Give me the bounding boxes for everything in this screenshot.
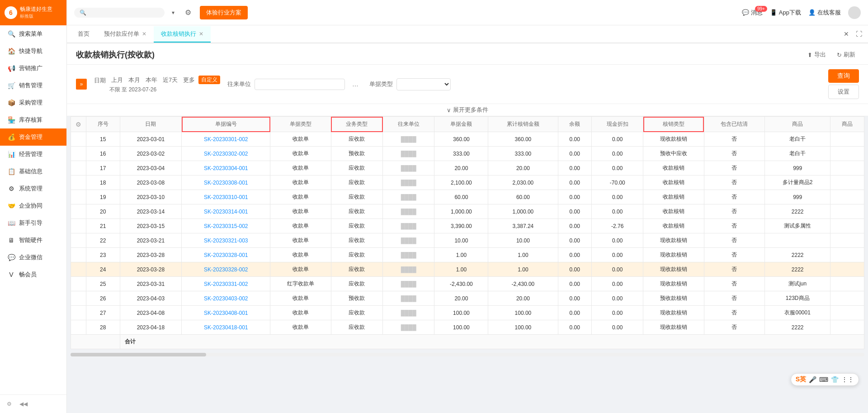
bill-no-link[interactable]: SK-20230315-002 (204, 223, 248, 229)
sidebar-item-guide[interactable]: 📖 新手引导 (0, 214, 66, 232)
sidebar-settings-btn[interactable]: ⚙ (4, 399, 14, 409)
table-row[interactable]: 192023-03-10SK-20230310-001收款单应收款████60.… (71, 190, 864, 204)
ft-shirt-icon[interactable]: 👕 (831, 376, 839, 383)
table-row[interactable]: 162023-03-02SK-20230302-002收款单预收款████333… (71, 147, 864, 161)
filter-date-last-month[interactable]: 上月 (109, 75, 125, 85)
filter-counterpart-group: 往来单位 ... (227, 79, 362, 90)
filter-toggle-btn[interactable]: » (76, 79, 87, 90)
bill-no-link[interactable]: SK-20230418-001 (204, 324, 248, 331)
sidebar-item-purchase[interactable]: 📦 采购管理 (0, 94, 66, 111)
table-row[interactable]: 272023-04-08SK-20230408-001收款单应收款████100… (71, 306, 864, 320)
filter-billtype-label: 单据类型 (369, 79, 393, 90)
table-row[interactable]: 172023-03-04SK-20230304-001收款单应收款████20.… (71, 161, 864, 176)
bill-no-link[interactable]: SK-20230304-001 (204, 165, 248, 171)
table-cell: 28 (86, 320, 120, 335)
col-settings-header[interactable]: ⚙ (71, 117, 86, 132)
table-cell (830, 291, 864, 306)
filter-billtype-select[interactable] (396, 78, 451, 90)
filter-date-this-month[interactable]: 本月 (127, 75, 142, 85)
sidebar-item-search[interactable]: 🔍 搜索菜单 (0, 25, 66, 43)
settings-button[interactable]: 设置 (828, 85, 859, 99)
bill-no-link[interactable]: SK-20230301-002 (204, 136, 248, 142)
topbar-app-btn[interactable]: 📱 App下载 (770, 9, 801, 17)
table-row[interactable]: 202023-03-14SK-20230314-001收款单应收款████1,0… (71, 204, 864, 219)
filter-expand-btn[interactable]: ∨ 展开更多条件 (447, 106, 488, 114)
tab-fullscreen-btn[interactable]: ⛶ (854, 28, 864, 39)
tab-receipt[interactable]: 收款核销执行 ✕ (154, 26, 211, 43)
tab-prepay-close[interactable]: ✕ (142, 31, 146, 37)
sidebar-item-quicknav[interactable]: 🏠 快捷导航 (0, 43, 66, 60)
topbar-msg-btn[interactable]: 💬 消息 99+ (742, 9, 763, 17)
sidebar-item-finance[interactable]: 💰 资金管理 (0, 128, 66, 146)
tab-prepay[interactable]: 预付款应付单 ✕ (97, 26, 154, 43)
sidebar-item-member[interactable]: V 畅会员 (0, 266, 66, 283)
data-table-wrap: ⚙ 序号 日期 单据编号 单据类型 业务类型 往来单位 单据金额 累计核销金额 … (67, 116, 868, 413)
table-row[interactable]: 282023-04-18SK-20230418-001收款单应收款████100… (71, 320, 864, 335)
topbar-service-btn[interactable]: 👤 在线客服 (808, 9, 841, 17)
ft-mic-icon[interactable]: 🎤 (809, 376, 816, 383)
table-cell: ████ (383, 248, 434, 262)
table-cell: 0.00 (592, 147, 643, 161)
scrollbar-thumb[interactable] (71, 353, 206, 356)
sidebar-item-inventory[interactable]: 🏪 库存核算 (0, 111, 66, 128)
bill-no-link[interactable]: SK-20230328-002 (204, 266, 248, 273)
solution-button[interactable]: 体验行业方案 (200, 6, 248, 19)
tab-close-all-btn[interactable]: ✕ (841, 28, 852, 39)
filter-dots[interactable]: ... (349, 80, 362, 88)
sidebar-item-wechat[interactable]: 💬 企业微信 (0, 249, 66, 266)
table-cell (830, 248, 864, 262)
bill-no-link[interactable]: SK-20230403-002 (204, 295, 248, 302)
table-cell: 3,387.24 (488, 219, 558, 233)
ft-grid-icon[interactable]: ⌨ (819, 376, 828, 383)
topbar-avatar[interactable] (848, 6, 861, 19)
bill-no-link[interactable]: SK-20230321-003 (204, 237, 248, 244)
table-row[interactable]: 252023-03-31SK-20230331-002红字收款单应收款████-… (71, 277, 864, 291)
sidebar-item-enterprise[interactable]: 🤝 企业协同 (0, 197, 66, 214)
sidebar-item-marketing[interactable]: 📢 营销推广 (0, 60, 66, 77)
bill-no-link[interactable]: SK-20230310-001 (204, 194, 248, 200)
filter-counterpart-input[interactable] (255, 79, 345, 90)
table-row[interactable]: 212023-03-15SK-20230315-002收款单应收款████3,3… (71, 219, 864, 233)
sidebar-item-sales[interactable]: 🛒 销售管理 (0, 77, 66, 94)
tab-home[interactable]: 首页 (71, 26, 97, 43)
table-cell: 18 (86, 176, 120, 190)
tab-receipt-close[interactable]: ✕ (199, 31, 203, 37)
query-button[interactable]: 查询 (828, 69, 859, 83)
table-row[interactable]: 262023-04-03SK-20230403-002收款单预收款████20.… (71, 291, 864, 306)
bill-no-link[interactable]: SK-20230331-002 (204, 281, 248, 287)
sidebar-collapse-btn[interactable]: ◀◀ (18, 399, 29, 409)
table-cell (71, 219, 86, 233)
table-cell: 27 (86, 306, 120, 320)
bill-no-link[interactable]: SK-20230314-001 (204, 209, 248, 215)
topbar-search-input[interactable] (88, 9, 142, 16)
filter-custom-btn[interactable]: 自定义 (198, 76, 220, 84)
table-row[interactable]: 152023-03-01SK-20230301-002收款单应收款████360… (71, 132, 864, 147)
table-cell: 0.00 (558, 219, 592, 233)
sidebar-item-system[interactable]: ⚙ 系统管理 (0, 180, 66, 197)
refresh-btn[interactable]: ↻ 刷新 (833, 49, 859, 61)
sidebar-logo-text: 畅康道好生意 (20, 6, 52, 13)
sidebar-item-operations[interactable]: 📊 经营管理 (0, 146, 66, 163)
ft-apps-icon[interactable]: ⋮⋮ (841, 376, 854, 383)
horizontal-scrollbar[interactable] (71, 353, 864, 356)
sidebar-item-hardware[interactable]: 🖥 智能硬件 (0, 232, 66, 249)
operations-icon: 📊 (7, 150, 15, 158)
filter-date-7days[interactable]: 近7天 (161, 75, 179, 85)
sidebar-item-basic[interactable]: 📋 基础信息 (0, 163, 66, 180)
bill-no-link[interactable]: SK-20230328-001 (204, 252, 248, 258)
bill-no-link[interactable]: SK-20230408-001 (204, 310, 248, 316)
table-row[interactable]: 182023-03-08SK-20230308-001收款单应收款████2,1… (71, 176, 864, 190)
col-settings-icon[interactable]: ⚙ (75, 121, 81, 128)
bill-no-link[interactable]: SK-20230308-001 (204, 180, 248, 186)
expand-label: 展开更多条件 (453, 106, 488, 114)
bill-no-link[interactable]: SK-20230302-002 (204, 151, 248, 157)
table-cell: SK-20230403-002 (182, 291, 270, 306)
export-btn[interactable]: ⬆ 导出 (804, 49, 830, 61)
filter-date-this-year[interactable]: 本年 (144, 75, 159, 85)
topbar-gear-btn[interactable]: ⚙ (182, 6, 194, 19)
table-row[interactable]: 232023-03-28SK-20230328-001收款单应收款████1.0… (71, 248, 864, 262)
topbar-dropdown-btn[interactable]: ▾ (170, 9, 176, 16)
table-row[interactable]: 222023-03-21SK-20230321-003收款单应收款████10.… (71, 233, 864, 248)
filter-date-more[interactable]: 更多 (181, 75, 197, 85)
table-row[interactable]: 242023-03-28SK-20230328-002收款单应收款████1.0… (71, 262, 864, 277)
